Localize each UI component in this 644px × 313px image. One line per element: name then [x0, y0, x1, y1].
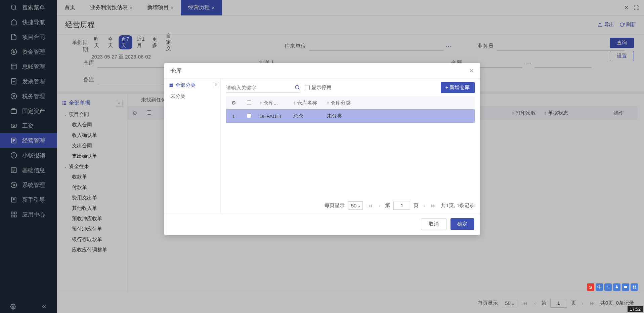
svg-rect-40	[169, 85, 171, 87]
ime-lang-icon[interactable]: 中	[596, 283, 603, 291]
search-icon[interactable]	[295, 85, 300, 90]
modal-select-all-checkbox[interactable]	[247, 101, 251, 105]
modal-search	[226, 83, 300, 92]
ime-voice-icon[interactable]	[613, 283, 620, 291]
svg-rect-47	[633, 287, 634, 289]
add-warehouse-button[interactable]: + 新增仓库	[441, 82, 475, 93]
all-categories-item[interactable]: 全部分类	[169, 82, 216, 88]
svg-rect-38	[169, 84, 171, 85]
modal-title: 仓库	[170, 67, 182, 75]
modal-prev-page[interactable]: ‹	[377, 203, 382, 208]
col-warehouse-category[interactable]: ▲▼仓库分类	[324, 100, 475, 106]
svg-rect-46	[635, 286, 636, 287]
show-disabled-checkbox[interactable]: 显示停用	[305, 84, 332, 91]
ime-settings-icon[interactable]	[631, 283, 638, 291]
svg-rect-45	[633, 286, 634, 287]
modal-table-settings-icon[interactable]: ⚙	[226, 100, 242, 106]
modal-last-page[interactable]: ⏭	[430, 203, 437, 208]
svg-line-43	[298, 88, 299, 89]
warehouse-modal: 仓库 ✕ 全部分类 « 未分类	[164, 63, 480, 235]
col-warehouse-name[interactable]: ▲▼仓库名称	[291, 100, 324, 106]
svg-point-42	[295, 85, 299, 89]
cancel-button[interactable]: 取消	[421, 218, 446, 230]
row-checkbox[interactable]	[247, 114, 251, 118]
ime-toolbar: S 中 °,	[587, 283, 638, 291]
ime-punct-icon[interactable]: °,	[604, 283, 612, 291]
modal-category-panel: 全部分类 « 未分类	[164, 79, 221, 213]
category-collapse-icon[interactable]: «	[213, 82, 219, 88]
confirm-button[interactable]: 确定	[450, 218, 474, 230]
ime-keyboard-icon[interactable]	[622, 283, 629, 291]
modal-per-page-select[interactable]: 50 ⌄	[348, 201, 363, 210]
modal-page-input[interactable]	[393, 201, 410, 210]
svg-rect-48	[635, 287, 636, 289]
grid-icon	[169, 83, 173, 87]
modal-first-page[interactable]: ⏮	[366, 203, 374, 208]
system-clock: 17:52	[628, 306, 643, 312]
modal-next-page[interactable]: ›	[422, 203, 426, 208]
ime-logo-icon[interactable]: S	[587, 283, 594, 291]
modal-table-header: ⚙ ▲▼仓库... ▲▼仓库名称 ▲▼仓库分类	[226, 96, 475, 109]
svg-rect-44	[624, 286, 627, 288]
category-uncategorized[interactable]: 未分类	[169, 88, 216, 104]
modal-pagination: 每页显示 50 ⌄ ⏮ ‹ 第 页 › ⏭ 共1页, 1条记录	[221, 199, 480, 213]
modal-search-input[interactable]	[226, 83, 295, 92]
col-warehouse-code[interactable]: ▲▼仓库...	[257, 100, 291, 106]
svg-rect-41	[171, 85, 173, 87]
modal-overlay[interactable]: 仓库 ✕ 全部分类 « 未分类	[0, 0, 644, 313]
modal-close-button[interactable]: ✕	[469, 67, 474, 75]
svg-rect-39	[171, 84, 173, 85]
table-row[interactable]: 1 DEFAULT 总仓 未分类	[226, 109, 475, 123]
